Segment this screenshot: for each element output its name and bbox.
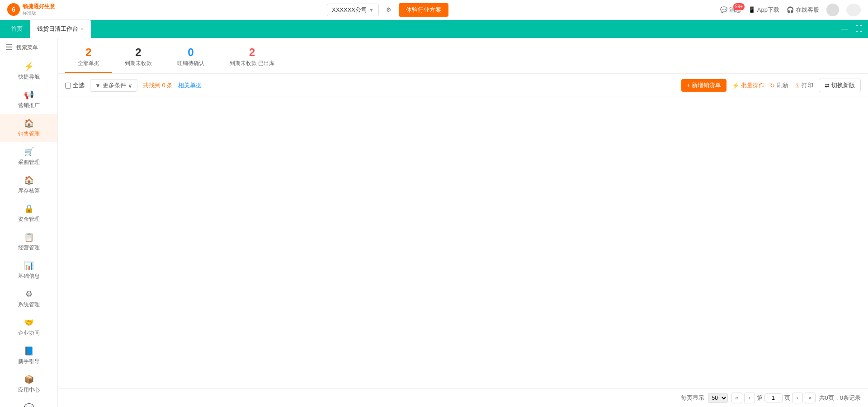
print-button[interactable]: 🖨 打印 xyxy=(794,81,813,89)
toolbar-right: + 新增销货单 ⚡ 批量操作 ↻ 刷新 🖨 打印 ⇄ 切换新版 xyxy=(681,79,861,92)
app-sub-label: 标准版 xyxy=(23,10,55,16)
nav-tab-actions: — ⛶ xyxy=(839,23,864,34)
sidebar-item-cooperation[interactable]: 🤝 企业协同 xyxy=(0,313,57,342)
sidebar-purchase-label: 采购管理 xyxy=(18,159,40,166)
related-link[interactable]: 相关单据 xyxy=(178,81,202,89)
quick-nav-icon: ⚡ xyxy=(24,61,34,71)
company-name: XXXXXX公司 xyxy=(332,6,367,14)
sidebar-marketing-label: 营销推广 xyxy=(18,102,40,109)
company-select[interactable]: XXXXXX公司 ▼ xyxy=(327,4,379,16)
app-download-label: App下载 xyxy=(757,6,779,14)
inventory-icon: 🏠 xyxy=(24,175,34,185)
empty-table-message xyxy=(58,97,868,388)
logo-area: 6 畅捷通好生意 标准版 xyxy=(7,3,55,16)
select-all-checkbox[interactable]: 全选 xyxy=(65,81,85,89)
sidebar-item-app-center[interactable]: 📦 应用中心 xyxy=(0,370,57,398)
page-number-input[interactable] xyxy=(764,393,783,402)
page-first-button[interactable]: « xyxy=(731,393,742,403)
switch-icon: ⇄ xyxy=(825,82,830,89)
wechat-icon: 💬 xyxy=(24,403,34,407)
header-center: XXXXXX公司 ▼ ⚙ 体验行业方案 xyxy=(327,3,448,17)
sidebar-system-label: 系统管理 xyxy=(18,301,40,309)
batch-operation-button[interactable]: ⚡ 批量操作 xyxy=(732,81,764,89)
header-right: 💬 消息 99+ 📱 App下载 🎧 在线客服 xyxy=(720,4,861,16)
sidebar-item-inventory[interactable]: 🏠 库存核算 xyxy=(0,171,57,199)
page-nav: « ‹ 第 页 › » xyxy=(731,393,816,403)
sidebar-guide-label: 新手引导 xyxy=(18,358,40,365)
tab-active-label: 钱货日清工作台 xyxy=(37,25,78,33)
stat-tab-wangpu[interactable]: 0 旺铺待确认 xyxy=(165,43,217,73)
toolbar-left: 全选 ▼ 更多条件 ∨ 共找到 0 条 相关单据 xyxy=(65,79,676,92)
online-service-button[interactable]: 🎧 在线客服 xyxy=(787,6,819,14)
app-download-button[interactable]: 📱 App下载 xyxy=(748,6,779,14)
sidebar-item-marketing[interactable]: 📢 营销推广 xyxy=(0,85,57,114)
trial-button[interactable]: 体验行业方案 xyxy=(399,3,448,17)
user-avatar[interactable] xyxy=(826,4,839,16)
sidebar-item-search[interactable]: ☰ 搜索菜单 xyxy=(0,38,57,57)
page-last-button[interactable]: » xyxy=(805,393,816,403)
page-next-button[interactable]: › xyxy=(792,393,803,403)
stat-wangpu-label: 旺铺待确认 xyxy=(177,60,204,67)
pagination-bar: 每页显示 50 « ‹ 第 页 › » 共0页，0条记录 xyxy=(58,388,868,407)
sidebar-item-quick-nav[interactable]: ⚡ 快捷导航 xyxy=(0,57,57,85)
purchase-icon: 🛒 xyxy=(24,147,34,157)
sidebar-item-system[interactable]: ⚙ 系统管理 xyxy=(0,285,57,313)
user-name-area[interactable] xyxy=(846,4,861,16)
online-service-label: 在线客服 xyxy=(796,6,819,14)
sidebar-search-label: 搜索菜单 xyxy=(16,44,38,51)
content-area: 2 全部单据 2 到期未收款 0 旺铺待确认 2 到期未收款 已出库 全选 xyxy=(58,38,868,407)
add-sales-order-button[interactable]: + 新增销货单 xyxy=(681,79,726,92)
refresh-button[interactable]: ↻ 刷新 xyxy=(770,81,788,89)
filter-button[interactable]: ▼ 更多条件 ∨ xyxy=(90,79,137,92)
table-area xyxy=(58,97,868,388)
marketing-icon: 📢 xyxy=(24,90,34,100)
main-layout: ☰ 搜索菜单 ⚡ 快捷导航 📢 营销推广 🏠 销售管理 🛒 采购管理 🏠 库存核… xyxy=(0,38,868,407)
message-icon: 💬 xyxy=(720,6,727,13)
minimize-tab-icon[interactable]: — xyxy=(839,23,850,34)
download-icon: 📱 xyxy=(748,6,755,13)
tab-home[interactable]: 首页 xyxy=(4,20,30,38)
sales-icon: 🏠 xyxy=(24,118,34,128)
sidebar-finance-label: 资金管理 xyxy=(18,215,40,223)
sidebar-item-wechat[interactable]: 💬 企业微信 xyxy=(0,398,57,407)
found-prefix: 共找到 xyxy=(143,82,160,89)
stat-tab-overdue[interactable]: 2 到期未收款 xyxy=(112,43,165,73)
stat-tab-overdue-shipped[interactable]: 2 到期未收款 已出库 xyxy=(217,43,287,73)
sidebar-quick-nav-label: 快捷导航 xyxy=(18,73,40,81)
stat-overdue-label: 到期未收款 xyxy=(125,60,152,67)
page-prev-button[interactable]: ‹ xyxy=(744,393,755,403)
sidebar-item-sales[interactable]: 🏠 销售管理 xyxy=(0,114,57,142)
sidebar-sales-label: 销售管理 xyxy=(18,130,40,138)
sidebar-item-finance[interactable]: 🔒 资金管理 xyxy=(0,199,57,228)
per-page-label: 每页显示 xyxy=(681,394,704,402)
refresh-icon: ↻ xyxy=(770,82,775,89)
stat-all-label: 全部单据 xyxy=(78,60,99,67)
service-icon: 🎧 xyxy=(787,6,794,13)
cooperation-icon: 🤝 xyxy=(24,318,34,327)
fullscreen-tab-icon[interactable]: ⛶ xyxy=(854,23,864,34)
page-suffix: 页 xyxy=(784,394,790,402)
close-tab-icon[interactable]: × xyxy=(81,26,84,32)
sidebar-item-base-info[interactable]: 📊 基础信息 xyxy=(0,256,57,285)
sidebar-inventory-label: 库存核算 xyxy=(18,187,40,195)
sidebar-base-info-label: 基础信息 xyxy=(18,272,40,280)
sidebar-item-operation[interactable]: 📋 经营管理 xyxy=(0,228,57,256)
select-all-input[interactable] xyxy=(65,83,71,89)
sidebar-cooperation-label: 企业协同 xyxy=(18,329,40,337)
tab-active[interactable]: 钱货日清工作台 × xyxy=(30,20,91,38)
switch-version-button[interactable]: ⇄ 切换新版 xyxy=(819,79,861,92)
found-text: 共找到 0 条 xyxy=(143,81,173,89)
sidebar-item-guide[interactable]: 📘 新手引导 xyxy=(0,342,57,370)
sidebar-item-purchase[interactable]: 🛒 采购管理 xyxy=(0,142,57,171)
message-button[interactable]: 💬 消息 99+ xyxy=(720,6,741,14)
settings-button[interactable]: ⚙ xyxy=(382,4,395,16)
stat-tab-all[interactable]: 2 全部单据 xyxy=(65,43,112,73)
total-records-text: 共0页，0条记录 xyxy=(819,394,861,402)
page-text: 第 xyxy=(757,394,763,402)
per-page-select[interactable]: 50 xyxy=(708,393,728,403)
nav-tabs-bar: 首页 钱货日清工作台 × — ⛶ xyxy=(0,20,868,38)
base-info-icon: 📊 xyxy=(24,261,34,271)
app-name: 畅捷通好生意 xyxy=(23,3,55,9)
select-all-label: 全选 xyxy=(73,81,85,89)
stat-overdue-num: 2 xyxy=(135,46,141,59)
